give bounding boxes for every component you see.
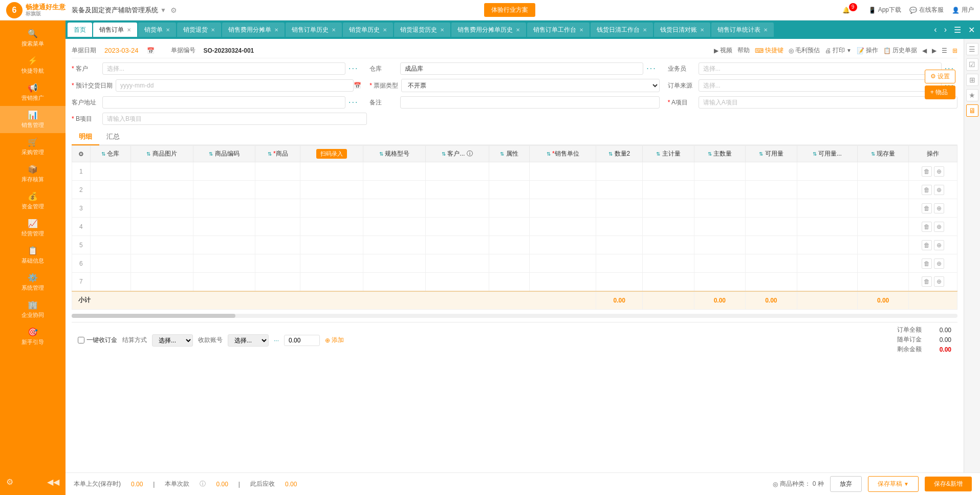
row-2-copy[interactable]: ⊕: [934, 185, 944, 195]
list-view-btn[interactable]: ☰: [942, 47, 947, 54]
tab-order-workbench-close[interactable]: ✕: [579, 27, 583, 33]
tab-credit-workbench-close[interactable]: ✕: [643, 27, 647, 33]
sidebar-item-purchase[interactable]: 🛒 采购管理: [0, 133, 66, 160]
settings-icon[interactable]: ⚙: [170, 6, 177, 14]
add-goods-btn[interactable]: + 物品: [925, 85, 955, 99]
save-new-btn[interactable]: 保存&新增: [925, 477, 972, 491]
online-support[interactable]: 💬 在线客服: [909, 6, 944, 14]
delivery-date-input[interactable]: [116, 79, 354, 92]
print-dropdown[interactable]: ▼: [846, 48, 852, 53]
th-main-unit[interactable]: ⇅ 主计量: [643, 146, 694, 162]
tab-invoice-history-close[interactable]: ✕: [383, 27, 387, 33]
add-payment-btn[interactable]: ⊕ 添加: [325, 336, 344, 345]
sidebar-item-finance[interactable]: 💰 资金管理: [0, 187, 66, 214]
print-btn[interactable]: 🖨 打印 ▼: [825, 46, 852, 55]
sidebar-item-marketing[interactable]: 📢 营销推广: [0, 79, 66, 106]
row-4-delete[interactable]: 🗑: [922, 222, 932, 232]
account-select[interactable]: 选择...: [228, 334, 269, 347]
th-scan[interactable]: 扫码录入: [300, 146, 363, 162]
app-download[interactable]: 📱 App下载: [868, 6, 901, 14]
sidebar-gear-btn[interactable]: ⚙: [2, 473, 17, 491]
th-current-stock[interactable]: ⇅ 现存量: [857, 146, 908, 162]
table-scroll-container[interactable]: ⚙ ⇅ 仓库 ⇅ 商品图片 ⇅ 商品编码 ⇅ *商品 扫码录入 ⇅ 规格型号 ⇅…: [72, 145, 957, 322]
warehouse-dots[interactable]: ···: [643, 64, 659, 73]
row-2-delete[interactable]: 🗑: [922, 185, 932, 195]
row-3-copy[interactable]: ⊕: [934, 203, 944, 213]
prev-record-btn[interactable]: ◀: [922, 47, 927, 54]
save-draft-btn[interactable]: 保存草稿 ▼: [868, 476, 919, 492]
discard-btn[interactable]: 放弃: [830, 476, 862, 492]
sidebar-item-operations[interactable]: 📈 经营管理: [0, 214, 66, 242]
row-3-delete[interactable]: 🗑: [922, 203, 932, 213]
th-product[interactable]: ⇅ *商品: [255, 146, 300, 162]
tab-fee-history[interactable]: 销售费用分摊单历史 ✕: [451, 23, 526, 37]
row-7-copy[interactable]: ⊕: [934, 276, 944, 287]
tab-order-history[interactable]: 销售订单历史 ✕: [286, 23, 342, 37]
right-panel-icon-5[interactable]: 🖥: [966, 104, 978, 117]
sidebar-item-search[interactable]: 🔍 搜索菜单: [0, 25, 66, 52]
tab-return-history[interactable]: 销货退货历史 ✕: [394, 23, 450, 37]
tab-next-btn[interactable]: ›: [941, 24, 950, 35]
a-project-input[interactable]: [699, 96, 957, 109]
th-quantity2[interactable]: ⇅ 数量2: [596, 146, 643, 162]
tab-order-history-close[interactable]: ✕: [332, 27, 336, 33]
customer-dots[interactable]: ···: [345, 64, 361, 73]
row-7-delete[interactable]: 🗑: [922, 276, 932, 287]
customer-input[interactable]: [102, 62, 345, 75]
table-tab-summary[interactable]: 汇总: [99, 129, 127, 145]
tab-fee-history-close[interactable]: ✕: [516, 27, 520, 33]
tab-credit-reconcile-close[interactable]: ✕: [700, 27, 704, 33]
help-btn[interactable]: 帮助: [737, 46, 750, 55]
right-panel-icon-2[interactable]: ☑: [966, 58, 978, 71]
tab-home[interactable]: 首页: [68, 23, 92, 37]
sidebar-item-system[interactable]: ⚙️ 系统管理: [0, 269, 66, 296]
th-spec[interactable]: ⇅ 规格型号: [363, 146, 425, 162]
address-dots[interactable]: ···: [345, 98, 361, 107]
tab-invoice-close[interactable]: ✕: [166, 27, 170, 33]
payment-dots[interactable]: ···: [274, 337, 279, 344]
th-customer-attr[interactable]: ⇅ 客户... ⓘ: [425, 146, 489, 162]
tab-prev-btn[interactable]: ‹: [931, 24, 940, 35]
tab-menu-btn[interactable]: ☰: [951, 24, 964, 36]
th-main-quantity[interactable]: ⇅ 主数量: [694, 146, 745, 162]
tab-sales-order[interactable]: 销售订单 ✕: [93, 23, 137, 37]
sidebar-item-basic[interactable]: 📋 基础信息: [0, 242, 66, 269]
th-product-code[interactable]: ⇅ 商品编码: [193, 146, 255, 162]
save-draft-dropdown[interactable]: ▼: [904, 481, 909, 487]
tab-return-history-close[interactable]: ✕: [440, 27, 444, 33]
right-panel-icon-1[interactable]: ☰: [966, 43, 978, 55]
sidebar-item-sales[interactable]: 📊 销售管理: [0, 106, 66, 133]
sidebar-collapse-btn[interactable]: ◀◀: [43, 473, 63, 491]
remark-input[interactable]: [400, 96, 659, 109]
row-5-copy[interactable]: ⊕: [934, 240, 944, 250]
tab-credit-workbench[interactable]: 钱货日清工作台 ✕: [591, 23, 653, 37]
th-sales-unit[interactable]: ⇅ *销售单位: [530, 146, 596, 162]
one-click-checkbox-label[interactable]: 一键收订金: [78, 336, 117, 345]
th-settings[interactable]: ⚙: [72, 146, 91, 162]
view-btn[interactable]: ▶ 视频: [714, 46, 732, 55]
settings-btn[interactable]: ⚙ 设置: [925, 70, 955, 83]
tab-sales-summary-close[interactable]: ✕: [764, 27, 768, 33]
tab-order-workbench[interactable]: 销售订单工作台 ✕: [527, 23, 590, 37]
tab-sales-summary[interactable]: 销售订单统计表 ✕: [711, 23, 774, 37]
row-6-delete[interactable]: 🗑: [922, 259, 932, 269]
sidebar-item-inventory[interactable]: 📦 库存核算: [0, 160, 66, 187]
b-project-input[interactable]: [102, 113, 367, 125]
next-record-btn[interactable]: ▶: [932, 47, 937, 54]
invoice-type-select[interactable]: 不开票 增值税普通发票 增值税专用发票: [401, 79, 659, 92]
row-5-delete[interactable]: 🗑: [922, 240, 932, 250]
tab-sales-order-close[interactable]: ✕: [127, 27, 131, 33]
row-4-copy[interactable]: ⊕: [934, 222, 944, 232]
operate-btn[interactable]: 📝 操作: [857, 46, 878, 55]
row-6-copy[interactable]: ⊕: [934, 259, 944, 269]
sidebar-item-guide[interactable]: 🎯 新手引导: [0, 323, 66, 350]
sidebar-item-quicknav[interactable]: ⚡ 快捷导航: [0, 52, 66, 79]
user-menu[interactable]: 👤 用户: [952, 6, 974, 14]
tab-invoice[interactable]: 销货单 ✕: [138, 23, 176, 37]
table-scrollbar[interactable]: [72, 310, 957, 322]
salesperson-input[interactable]: [699, 62, 942, 75]
scan-btn[interactable]: 扫码录入: [316, 149, 347, 159]
tab-return-close[interactable]: ✕: [211, 27, 215, 33]
payment-method-select[interactable]: 选择...: [152, 334, 193, 347]
warehouse-input[interactable]: [400, 62, 643, 75]
